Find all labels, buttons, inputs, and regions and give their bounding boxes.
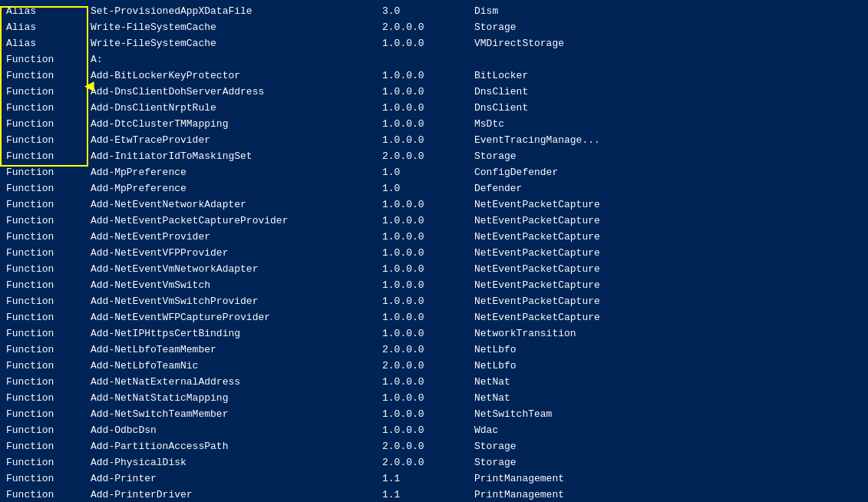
col-version: 2.0.0.0 [382, 439, 474, 454]
col-type: Alias [6, 20, 91, 35]
table-row: FunctionAdd-NetNatExternalAddress1.0.0.0… [0, 374, 868, 390]
col-name: Add-DtcClusterTMMapping [91, 117, 382, 131]
col-module: NetEventPacketCapture [474, 213, 862, 228]
col-version: 1.0.0.0 [382, 230, 474, 244]
table-row: FunctionAdd-NetEventVmNetworkAdapter1.0.… [0, 261, 868, 277]
col-type: Alias [6, 4, 91, 18]
col-name: Add-InitiatorIdToMaskingSet [91, 149, 382, 163]
col-module: NetNat [474, 391, 862, 405]
col-type: Function [6, 246, 91, 260]
col-name: Add-NetEventVmSwitch [91, 278, 382, 292]
col-type: Function [6, 52, 91, 67]
terminal-window: AliasSet-ProvisionedAppXDataFile3.0DismA… [0, 0, 868, 502]
col-name: Add-NetEventWFPCaptureProvider [91, 310, 382, 325]
col-version: 1.0.0.0 [382, 391, 474, 405]
table-row: FunctionAdd-NetSwitchTeamMember1.0.0.0Ne… [0, 406, 868, 422]
col-version: 1.0.0.0 [382, 133, 474, 147]
col-module: Storage [474, 20, 862, 35]
col-version: 1.1 [382, 471, 474, 486]
table-row: FunctionAdd-DnsClientDohServerAddress1.0… [0, 84, 868, 100]
col-type: Function [6, 165, 91, 180]
col-name: Add-BitLockerKeyProtector [91, 68, 382, 83]
table-row: AliasWrite-FileSystemCache1.0.0.0VMDirec… [0, 35, 868, 51]
col-version: 1.0.0.0 [382, 246, 474, 260]
table-row: FunctionAdd-BitLockerKeyProtector1.0.0.0… [0, 68, 868, 84]
col-version: 1.0.0.0 [382, 262, 474, 276]
col-version: 2.0.0.0 [382, 149, 474, 163]
col-type: Function [6, 262, 91, 276]
col-type: Function [6, 487, 91, 502]
col-name: Add-DnsClientDohServerAddress [91, 84, 382, 99]
col-module: VMDirectStorage [474, 36, 862, 51]
col-module: DnsClient [474, 84, 862, 99]
col-module: NetLbfo [474, 342, 862, 357]
col-name: Add-NetLbfoTeamMember [91, 342, 382, 357]
col-module: NetLbfo [474, 358, 862, 373]
table-row: FunctionAdd-PhysicalDisk2.0.0.0Storage [0, 454, 868, 471]
col-version: 1.0.0.0 [382, 213, 474, 228]
col-module: NetNat [474, 375, 862, 389]
col-name: Add-NetNatExternalAddress [91, 375, 382, 389]
col-version: 2.0.0.0 [382, 358, 474, 373]
col-version: 1.0.0.0 [382, 278, 474, 292]
col-module: Wdac [474, 423, 862, 438]
col-module: NetEventPacketCapture [474, 294, 862, 309]
col-type: Function [6, 181, 91, 196]
col-name: Add-DnsClientNrptRule [91, 101, 382, 115]
col-version: 2.0.0.0 [382, 455, 474, 470]
col-name: Add-NetEventNetworkAdapter [91, 197, 382, 212]
col-name: Add-NetSwitchTeamMember [91, 407, 382, 421]
col-module: NetSwitchTeam [474, 407, 862, 421]
table-row: FunctionA: [0, 51, 868, 68]
col-version: 1.0.0.0 [382, 407, 474, 421]
col-type: Function [6, 391, 91, 405]
col-module: NetEventPacketCapture [474, 246, 862, 260]
col-module: EventTracingManage... [474, 133, 862, 147]
col-module: Dism [474, 4, 862, 18]
col-type: Function [6, 358, 91, 373]
col-name: Add-MpPreference [91, 165, 382, 180]
col-name: Add-PartitionAccessPath [91, 439, 382, 454]
col-type: Function [6, 326, 91, 341]
col-version: 1.0.0.0 [382, 294, 474, 309]
col-module: Storage [474, 439, 862, 454]
col-module: NetEventPacketCapture [474, 278, 862, 292]
col-type: Function [6, 101, 91, 115]
col-type: Function [6, 278, 91, 292]
col-version: 1.0.0.0 [382, 117, 474, 131]
table-row: AliasWrite-FileSystemCache2.0.0.0Storage [0, 19, 868, 35]
col-module: NetEventPacketCapture [474, 310, 862, 325]
col-type: Function [6, 310, 91, 325]
table-row: FunctionAdd-PartitionAccessPath2.0.0.0St… [0, 438, 868, 454]
col-module: NetEventPacketCapture [474, 230, 862, 244]
table-row: FunctionAdd-InitiatorIdToMaskingSet2.0.0… [0, 148, 868, 164]
col-type: Function [6, 68, 91, 83]
col-module: Defender [474, 181, 862, 196]
col-version [382, 52, 474, 67]
col-type: Function [6, 455, 91, 470]
col-name: Add-EtwTraceProvider [91, 133, 382, 147]
col-version: 1.0.0.0 [382, 310, 474, 325]
table-row: FunctionAdd-Printer1.1PrintManagement [0, 471, 868, 487]
col-version: 2.0.0.0 [382, 20, 474, 35]
col-version: 1.0 [382, 165, 474, 180]
col-module: BitLocker [474, 68, 862, 83]
col-version: 1.0.0.0 [382, 197, 474, 212]
col-version: 1.0.0.0 [382, 68, 474, 83]
col-type: Function [6, 197, 91, 212]
col-name: Add-NetNatStaticMapping [91, 391, 382, 405]
col-name: Add-NetLbfoTeamNic [91, 358, 382, 373]
table-row: FunctionAdd-EtwTraceProvider1.0.0.0Event… [0, 132, 868, 148]
col-module: MsDtc [474, 117, 862, 131]
col-type: Function [6, 423, 91, 438]
col-name: Add-NetEventVmNetworkAdapter [91, 262, 382, 276]
col-version: 2.0.0.0 [382, 342, 474, 357]
col-module [474, 52, 862, 67]
table-row: FunctionAdd-MpPreference1.0Defender [0, 180, 868, 197]
col-type: Function [6, 84, 91, 99]
col-type: Function [6, 117, 91, 131]
col-version: 1.0.0.0 [382, 84, 474, 99]
col-name: Write-FileSystemCache [91, 20, 382, 35]
col-name: Add-PrinterDriver [91, 487, 382, 502]
col-name: Write-FileSystemCache [91, 36, 382, 51]
